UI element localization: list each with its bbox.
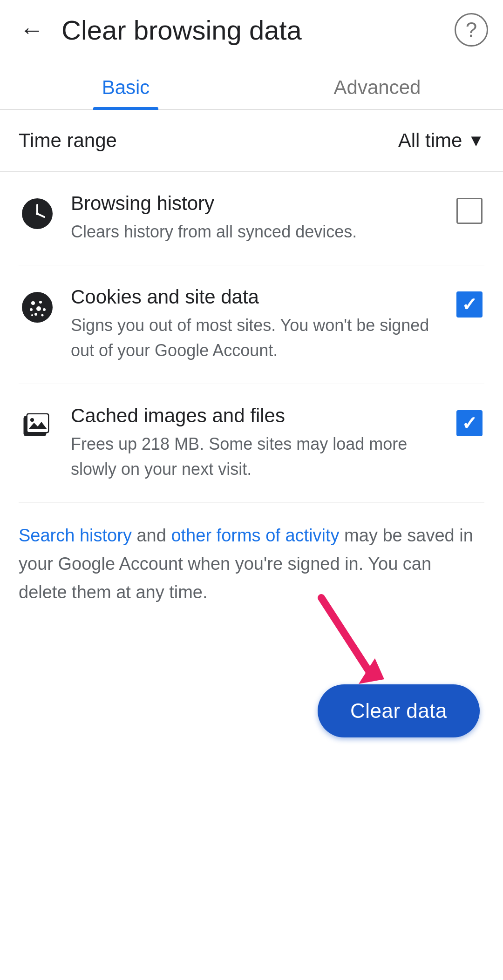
- help-icon: ?: [466, 18, 477, 41]
- image-icon: [19, 407, 56, 445]
- cached-images-files-content: Cached images and files Frees up 218 MB.…: [71, 405, 440, 482]
- search-history-link[interactable]: Search history: [19, 526, 132, 545]
- other-activity-link[interactable]: other forms of activity: [171, 526, 339, 545]
- svg-point-11: [34, 313, 37, 316]
- browsing-history-content: Browsing history Clears history from all…: [71, 192, 440, 244]
- svg-point-13: [31, 314, 33, 316]
- cookies-site-data-checkbox[interactable]: ✓: [455, 290, 484, 319]
- bottom-area: Clear data: [0, 666, 503, 775]
- svg-point-10: [43, 308, 46, 311]
- cached-images-files-title: Cached images and files: [71, 405, 440, 427]
- back-button[interactable]: ←: [15, 13, 48, 47]
- tab-basic[interactable]: Basic: [0, 63, 252, 109]
- time-range-select[interactable]: All time ▼: [398, 129, 484, 152]
- option-browsing-history: Browsing history Clears history from all…: [19, 172, 484, 265]
- svg-point-12: [41, 314, 44, 317]
- header: ← Clear browsing data ?: [0, 0, 503, 56]
- tabs-container: Basic Advanced: [0, 63, 503, 110]
- svg-point-4: [36, 212, 39, 215]
- checkbox-unchecked-icon: [456, 198, 483, 224]
- footer-note: Search history and other forms of activi…: [0, 503, 503, 629]
- cookie-icon: [19, 289, 56, 326]
- dropdown-arrow-icon: ▼: [468, 131, 484, 150]
- options-list: Browsing history Clears history from all…: [0, 172, 503, 503]
- option-cookies-site-data: Cookies and site data Signs you out of m…: [19, 265, 484, 384]
- cached-images-files-checkbox[interactable]: ✓: [455, 408, 484, 438]
- cookies-site-data-title: Cookies and site data: [71, 286, 440, 308]
- time-range-value: All time: [398, 129, 462, 152]
- checkbox-checked-icon-2: ✓: [456, 410, 483, 436]
- option-cached-images-files: Cached images and files Frees up 218 MB.…: [19, 384, 484, 503]
- svg-line-19: [321, 598, 373, 677]
- cached-images-files-desc: Frees up 218 MB. Some sites may load mor…: [71, 432, 440, 482]
- checkbox-checked-icon: ✓: [456, 291, 483, 318]
- svg-point-6: [31, 301, 35, 305]
- svg-point-7: [39, 301, 42, 304]
- clock-icon: [19, 195, 56, 232]
- browsing-history-title: Browsing history: [71, 192, 440, 215]
- help-button[interactable]: ?: [455, 13, 488, 47]
- browsing-history-checkbox[interactable]: [455, 196, 484, 226]
- time-range-row: Time range All time ▼: [0, 110, 503, 172]
- page-title: Clear browsing data: [61, 14, 455, 46]
- svg-rect-16: [27, 414, 48, 432]
- time-range-label: Time range: [19, 129, 398, 152]
- back-arrow-icon: ←: [20, 18, 44, 42]
- tab-advanced[interactable]: Advanced: [252, 63, 503, 109]
- svg-point-9: [36, 306, 41, 311]
- cookies-site-data-desc: Signs you out of most sites. You won't b…: [71, 313, 440, 363]
- browsing-history-desc: Clears history from all synced devices.: [71, 219, 440, 244]
- pointer-arrow-icon: [307, 593, 391, 696]
- cookies-site-data-content: Cookies and site data Signs you out of m…: [71, 286, 440, 363]
- svg-point-8: [30, 308, 33, 311]
- svg-point-18: [30, 418, 34, 422]
